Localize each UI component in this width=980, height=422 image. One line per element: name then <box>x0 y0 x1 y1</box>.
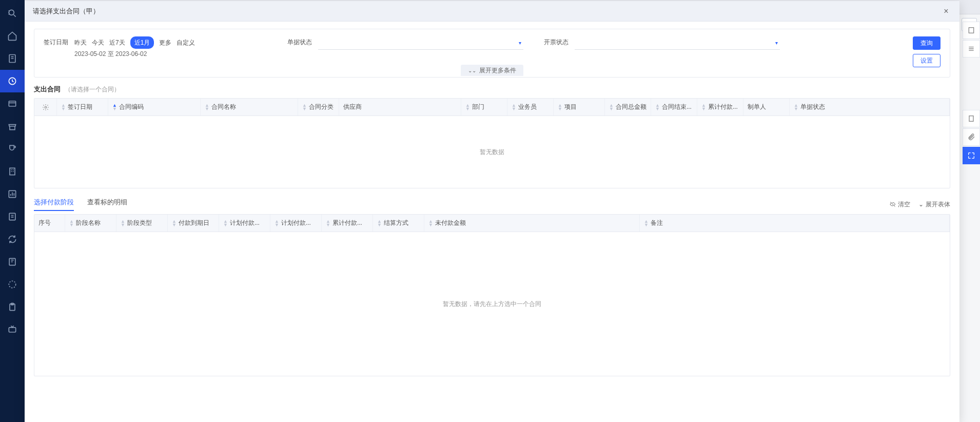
filter-actions: 查询 设置 <box>913 36 940 67</box>
expand-body-button[interactable]: ⌄ 展开表体 <box>918 200 950 209</box>
stage-empty-text: 暂无数据，请先在上方选中一个合同 <box>443 300 541 309</box>
svg-point-8 <box>9 281 15 287</box>
contract-table-body: 暂无数据 <box>34 116 950 188</box>
col-stage-acc-pay[interactable]: ▲▼累计付款... <box>322 215 373 232</box>
tab-payment-stage[interactable]: 选择付款阶段 <box>34 198 74 211</box>
col-project[interactable]: ▲▼项目 <box>554 99 605 116</box>
date-range-text: 2023-05-02 至 2023-06-02 <box>74 50 195 59</box>
col-remark[interactable]: ▲▼备注 <box>640 215 950 232</box>
stage-table: 序号 ▲▼阶段名称 ▲▼阶段类型 ▲▼付款到期日 ▲▼计划付款... ▲▼计划付… <box>34 214 950 376</box>
filter-invoice-status: 开票状态 ▾ <box>544 36 780 50</box>
svg-rect-4 <box>10 168 15 175</box>
double-chevron-down-icon: ⌄⌄ <box>468 68 476 73</box>
nav-report-icon[interactable] <box>0 251 25 273</box>
doc-status-select[interactable]: ▾ <box>318 36 523 50</box>
col-contract-cat[interactable]: ▲▼合同分类 <box>298 99 339 116</box>
nav-cup-icon[interactable] <box>0 138 25 160</box>
expand-more-conditions[interactable]: ⌄⌄ 展开更多条件 <box>461 65 523 76</box>
col-acc-pay[interactable]: ▲▼累计付款... <box>697 99 743 116</box>
nav-doc-icon[interactable] <box>0 47 25 70</box>
stage-table-header: 序号 ▲▼阶段名称 ▲▼阶段类型 ▲▼付款到期日 ▲▼计划付款... ▲▼计划付… <box>34 215 950 232</box>
col-due-date[interactable]: ▲▼付款到期日 <box>168 215 219 232</box>
modal-header: 请选择支出合同（甲） × <box>25 1 959 22</box>
col-maker[interactable]: 制单人 <box>743 99 790 116</box>
settings-button[interactable]: 设置 <box>913 54 940 67</box>
nav-chart-icon[interactable] <box>0 183 25 205</box>
doc-status-label: 单据状态 <box>287 36 312 48</box>
col-plan-pay-1[interactable]: ▲▼计划付款... <box>219 215 270 232</box>
tab-subject-detail[interactable]: 查看标的明细 <box>87 198 127 211</box>
section-expense-contract-title: 支出合同 （请选择一个合同） <box>34 85 950 94</box>
col-doc-status[interactable]: ▲▼单据状态 <box>790 99 950 116</box>
close-icon[interactable]: × <box>941 6 951 16</box>
col-sign-date[interactable]: ▲▼签订日期 <box>57 99 108 116</box>
filter-doc-status: 单据状态 ▾ <box>287 36 523 50</box>
col-settle[interactable]: ▲▼结算方式 <box>373 215 424 232</box>
col-contract-code[interactable]: ▲▼合同编码 <box>108 99 201 116</box>
contract-table: ▲▼签订日期 ▲▼合同编码 ▲▼合同名称 ▲▼合同分类 供应商 ▲▼部门 ▲▼业… <box>34 98 950 188</box>
tab-tools: 清空 ⌄ 展开表体 <box>890 200 950 209</box>
nav-list-icon[interactable] <box>0 205 25 228</box>
right-action-1-icon[interactable] <box>963 22 980 39</box>
date-opt-last7[interactable]: 近7天 <box>109 37 125 48</box>
svg-rect-13 <box>969 116 973 122</box>
col-plan-pay-2[interactable]: ▲▼计划付款... <box>270 215 322 232</box>
date-opt-custom[interactable]: 自定义 <box>177 37 195 48</box>
right-action-attach-icon[interactable] <box>963 128 980 146</box>
col-stage-type[interactable]: ▲▼阶段类型 <box>116 215 168 232</box>
col-dept[interactable]: ▲▼部门 <box>461 99 507 116</box>
col-end-date[interactable]: ▲▼合同结束... <box>651 99 697 116</box>
col-stage-name[interactable]: ▲▼阶段名称 <box>65 215 116 232</box>
expand-more-label: 展开更多条件 <box>479 66 516 75</box>
chevron-down-icon: ⌄ <box>918 201 924 208</box>
section1-subtitle: （请选择一个合同） <box>65 85 120 94</box>
chevron-down-icon: ▾ <box>519 40 521 46</box>
left-nav-sidebar <box>0 0 25 422</box>
eye-off-icon <box>890 201 896 207</box>
select-expense-contract-modal: 请选择支出合同（甲） × 签订日期 昨天 今天 近7天 近1月 更多 自定义 <box>25 1 959 422</box>
nav-search-icon[interactable] <box>0 2 25 25</box>
filter-sign-date: 签订日期 昨天 今天 近7天 近1月 更多 自定义 2023-05-02 至 2… <box>44 36 195 59</box>
svg-point-14 <box>45 106 47 108</box>
clear-button[interactable]: 清空 <box>890 200 910 209</box>
invoice-status-select[interactable]: ▾ <box>575 36 780 50</box>
nav-building-icon[interactable] <box>0 160 25 183</box>
invoice-status-label: 开票状态 <box>544 36 569 48</box>
detail-tabs-row: 选择付款阶段 查看标的明细 清空 ⌄ 展开表体 <box>34 198 950 211</box>
col-unpaid[interactable]: ▲▼未付款金额 <box>424 215 640 232</box>
svg-point-0 <box>9 10 14 15</box>
nav-home-icon[interactable] <box>0 25 25 47</box>
detail-tabs: 选择付款阶段 查看标的明细 <box>34 198 127 211</box>
svg-rect-12 <box>969 28 973 33</box>
right-action-bar <box>963 22 980 164</box>
right-action-doc-icon[interactable] <box>963 110 980 127</box>
gear-icon <box>42 104 49 111</box>
date-quick-options: 昨天 今天 近7天 近1月 更多 自定义 <box>74 36 195 49</box>
column-settings-button[interactable] <box>34 99 57 116</box>
date-opt-yesterday[interactable]: 昨天 <box>74 37 87 48</box>
col-salesman[interactable]: ▲▼业务员 <box>507 99 554 116</box>
date-opt-more[interactable]: 更多 <box>159 37 171 48</box>
date-opt-last1m[interactable]: 近1月 <box>130 36 154 49</box>
modal-title: 请选择支出合同（甲） <box>33 7 100 16</box>
modal-body: 签订日期 昨天 今天 近7天 近1月 更多 自定义 2023-05-02 至 2… <box>25 22 959 422</box>
right-action-expand-icon[interactable] <box>963 147 980 164</box>
nav-loop-icon[interactable] <box>0 273 25 296</box>
nav-store-icon[interactable] <box>0 115 25 138</box>
nav-clip-icon[interactable] <box>0 296 25 318</box>
sign-date-label: 签订日期 <box>44 36 68 48</box>
col-total-amount[interactable]: ▲▼合同总金额 <box>605 99 651 116</box>
query-button[interactable]: 查询 <box>913 36 940 50</box>
filter-panel: 签订日期 昨天 今天 近7天 近1月 更多 自定义 2023-05-02 至 2… <box>34 29 950 78</box>
nav-refresh-icon[interactable] <box>0 228 25 251</box>
col-idx[interactable]: 序号 <box>34 215 65 232</box>
stage-table-body: 暂无数据，请先在上方选中一个合同 <box>34 232 950 376</box>
nav-tv-icon[interactable] <box>0 318 25 341</box>
date-opt-today[interactable]: 今天 <box>92 37 104 48</box>
nav-card-icon[interactable] <box>0 92 25 115</box>
nav-contract-icon[interactable] <box>0 70 25 92</box>
col-supplier[interactable]: 供应商 <box>339 99 461 116</box>
col-contract-name[interactable]: ▲▼合同名称 <box>201 99 298 116</box>
right-action-list-icon[interactable] <box>963 40 980 57</box>
chevron-down-icon: ▾ <box>775 40 778 46</box>
